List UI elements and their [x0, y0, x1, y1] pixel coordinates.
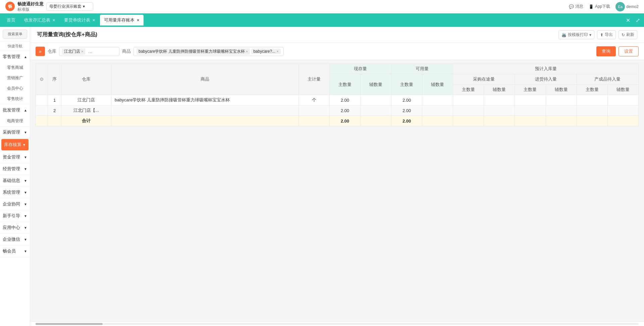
th-incoming-aux: 辅数量: [546, 85, 577, 95]
app-download-action[interactable]: 📱 App下载: [589, 4, 610, 9]
chevron-down-icon: ▲: [24, 55, 27, 59]
chevron-right-icon: ▼: [24, 238, 27, 241]
quick-nav-button[interactable]: 快捷导航: [0, 42, 30, 51]
sidebar-item-marketing[interactable]: 营销推广: [0, 73, 30, 83]
search-menu-button[interactable]: 搜索菜单: [3, 30, 27, 39]
td-purchase-main: [453, 105, 484, 116]
filter-actions: 查询 设置: [596, 46, 639, 56]
warehouse-tag-close[interactable]: ×: [81, 49, 83, 53]
td-purchase-main: [453, 95, 484, 105]
settings-button[interactable]: 设置: [619, 46, 639, 56]
tab-home[interactable]: 首页: [3, 15, 19, 26]
th-current-main-qty: 主数量: [329, 74, 360, 95]
th-unit: 主计量: [299, 64, 329, 95]
th-available: 可用量: [391, 64, 453, 74]
td-warehouse: 江北门店【...: [61, 105, 111, 116]
tab-bar-right: ✕ ⤢: [625, 16, 641, 25]
sidebar-group-finance-header[interactable]: 资金管理 ▼: [0, 151, 30, 163]
horizontal-scrollbar-thumb[interactable]: [36, 323, 103, 325]
warehouse-more-btn[interactable]: ...: [88, 48, 92, 54]
product-tag-2-close[interactable]: ×: [276, 49, 278, 53]
chevron-right-icon: ▼: [24, 131, 27, 134]
export-button[interactable]: ⬆ 导出: [597, 30, 616, 39]
sidebar-group-guide-header[interactable]: 新手引导 ▼: [0, 210, 30, 222]
tab-close-order-stats[interactable]: ✕: [92, 18, 95, 22]
print-template-button[interactable]: 🖨️ 按模板打印 ▾: [558, 30, 594, 39]
sidebar-group-operation: 经营管理 ▼: [0, 163, 30, 175]
td-purchase-aux: [484, 95, 515, 105]
th-forecast: 预计入库量: [453, 64, 639, 74]
td-incoming-aux: [546, 105, 577, 116]
th-product: 商品: [111, 64, 299, 95]
td-total-unit: [299, 116, 329, 126]
page-actions: 🖨️ 按模板打印 ▾ ⬆ 导出 ↻ 刷新: [558, 30, 637, 39]
tab-bar: 首页 收发存汇总表 ✕ 要货单统计表 ✕ 可用量库存账本 ✕ ✕ ⤢: [0, 13, 644, 27]
industry-selector[interactable]: 母婴行业演示账套 ▾: [46, 2, 93, 11]
sidebar-group-member-header[interactable]: 畅会员 ▼: [0, 245, 30, 257]
product-filter-input[interactable]: babycare学饮杯 儿童防摔防撞吸管杯重力球吸嘴杯宝宝水杯 × babyca…: [133, 47, 284, 56]
page-title: 可用量查询(按仓库+商品): [37, 31, 97, 38]
td-current-main: 2.00: [329, 105, 360, 116]
tab-order-stats[interactable]: 要货单统计表 ✕: [60, 15, 99, 26]
th-available-aux-qty: 辅数量: [422, 74, 453, 95]
sidebar-group-enterprise: 企业协同 ▼: [0, 198, 30, 210]
sidebar-group-wholesale: 批发管理 ▲ 电商管理: [0, 104, 30, 127]
settings-icon[interactable]: ⚙: [40, 77, 44, 82]
main-layout: 搜索菜单 快捷导航 零售管理 ▲ 零售商城 营销推广 会员中心 零售统计 批发管…: [0, 27, 644, 326]
sidebar-group-purchase: 采购管理 ▼: [0, 127, 30, 138]
warehouse-filter-input[interactable]: 江北门店 × ...: [59, 47, 119, 56]
td-unit: 个: [299, 95, 329, 105]
td-avail-main: 2.00: [391, 105, 422, 116]
sidebar-search-section: 搜索菜单: [0, 27, 30, 42]
table-row: 1 江北门店 babycare学饮杯 儿童防摔防撞吸管杯重力球吸嘴杯宝宝水杯 个…: [36, 95, 639, 105]
chevron-right-icon: ▼: [24, 214, 27, 218]
tab-close-available-inventory[interactable]: ✕: [137, 18, 140, 22]
table-area: ⚙ 序 仓库 商品 主计量 现存量 可用量 预计入库量 主数量 辅数量 主数量: [30, 60, 644, 321]
td-total-incoming-main: [515, 116, 546, 126]
tab-expand-btn[interactable]: ⤢: [634, 16, 641, 25]
th-warehouse: 仓库: [61, 64, 111, 95]
sidebar-group-retail-header[interactable]: 零售管理 ▲: [0, 51, 30, 62]
horizontal-scrollbar-track[interactable]: [36, 323, 639, 325]
sidebar-item-ecommerce[interactable]: 电商管理: [0, 116, 30, 126]
sidebar-group-basic-header[interactable]: 基础信息 ▼: [0, 175, 30, 186]
query-button[interactable]: 查询: [596, 46, 616, 56]
sidebar-group-purchase-header[interactable]: 采购管理 ▼: [0, 127, 30, 138]
td-unit: [299, 105, 329, 116]
product-tag-1-close[interactable]: ×: [246, 49, 248, 53]
app-name-block: 畅捷通好生意 标准版: [17, 1, 44, 12]
message-action[interactable]: 💬 消息: [569, 4, 583, 9]
td-total-avail-aux: [422, 116, 453, 126]
refresh-button[interactable]: ↻ 刷新: [619, 30, 637, 39]
total-row: 合计 2.00 2.00: [36, 116, 639, 126]
td-total-current-aux: [360, 116, 391, 126]
sidebar-group-wholesale-header[interactable]: 批发管理 ▲: [0, 104, 30, 116]
sidebar-group-corpwechat-header[interactable]: 企业微信 ▼: [0, 234, 30, 245]
sidebar-group-inventory-header[interactable]: 库存核算 ▼: [1, 139, 29, 150]
sidebar-group-appcenter-header[interactable]: 应用中心 ▼: [0, 222, 30, 233]
th-incoming: 进货待入量: [515, 74, 577, 85]
th-seq: 序: [48, 64, 61, 95]
th-production-aux: 辅数量: [607, 85, 638, 95]
sidebar-group-system-header[interactable]: 系统管理 ▼: [0, 187, 30, 198]
sidebar-item-members[interactable]: 会员中心: [0, 83, 30, 94]
td-incoming-main: [515, 95, 546, 105]
user-avatar[interactable]: Ea demo2: [615, 2, 639, 11]
sidebar-group-finance: 资金管理 ▼: [0, 151, 30, 163]
sidebar-group-operation-header[interactable]: 经营管理 ▼: [0, 163, 30, 175]
th-purchase-main: 主数量: [453, 85, 484, 95]
td-production-main: [577, 95, 607, 105]
chevron-right-icon: ▼: [24, 167, 27, 171]
tab-close-receipts[interactable]: ✕: [52, 18, 55, 22]
tab-close-all-btn[interactable]: ✕: [625, 16, 632, 25]
tab-receipts[interactable]: 收发存汇总表 ✕: [20, 15, 59, 26]
filter-toggle-button[interactable]: »: [36, 47, 45, 56]
sidebar-item-retail-store[interactable]: 零售商城: [0, 62, 30, 73]
content-area: 可用量查询(按仓库+商品) 🖨️ 按模板打印 ▾ ⬆ 导出 ↻ 刷新 »: [30, 27, 644, 326]
sidebar-group-enterprise-header[interactable]: 企业协同 ▼: [0, 198, 30, 210]
tab-available-inventory[interactable]: 可用量库存账本 ✕: [100, 15, 144, 26]
sidebar-item-retail-stats[interactable]: 零售统计: [0, 94, 30, 104]
td-total-production-aux: [607, 116, 638, 126]
td-total-label: 合计: [61, 116, 111, 126]
td-total-current-main: 2.00: [329, 116, 360, 126]
